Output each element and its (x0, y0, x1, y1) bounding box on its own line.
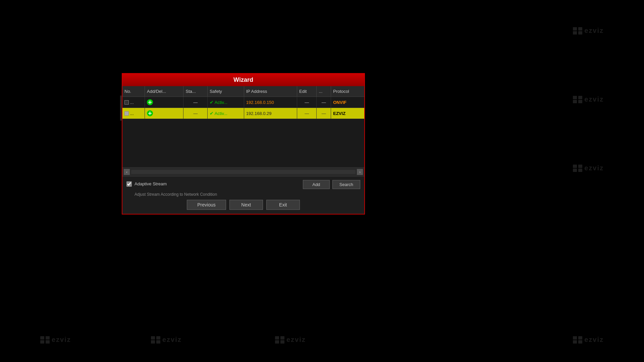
row-checkbox-2[interactable] (124, 111, 129, 116)
scroll-left-arrow[interactable]: ‹ (124, 169, 130, 175)
svg-rect-24 (573, 336, 577, 340)
exit-button[interactable]: Exit (266, 200, 300, 210)
table-header-row: No. Add/Del... Sta... Safety IP Address … (122, 86, 364, 97)
cell-status-2: — (183, 108, 207, 119)
table-row[interactable]: ... — ✔ Activ... 192.168.0.29 — (122, 108, 364, 119)
cell-safety-1: ✔ Activ... (207, 97, 244, 108)
svg-rect-22 (275, 340, 279, 344)
col-status: Sta... (183, 86, 207, 97)
watermark-mid2-right: ezviz (573, 164, 604, 172)
safety-check-icon-2: ✔ (210, 111, 214, 116)
svg-rect-3 (578, 31, 582, 35)
svg-rect-15 (46, 340, 50, 344)
search-button[interactable]: Search (332, 180, 360, 189)
col-extra: ... (317, 86, 331, 97)
cell-safety-2: ✔ Activ... (207, 108, 244, 119)
adaptive-and-action-row: Adaptive Stream Add Search (126, 180, 360, 189)
navigation-buttons-row: Previous Next Exit (126, 200, 360, 210)
svg-rect-23 (280, 340, 284, 344)
col-ip: IP Address (244, 86, 297, 97)
wizard-titlebar: Wizard (122, 74, 364, 86)
add-search-buttons: Add Search (303, 180, 360, 189)
cell-ip-2: 192.168.0.29 (244, 108, 297, 119)
watermark-brand-text: ezviz (584, 27, 604, 35)
svg-rect-10 (573, 169, 577, 172)
empty-table-area (122, 119, 364, 168)
watermark-mid-right: ezviz (573, 96, 604, 103)
cell-extra-1: — (317, 97, 331, 108)
col-no: No. (122, 86, 145, 97)
next-button[interactable]: Next (229, 200, 263, 210)
safety-label-2: Activ... (215, 111, 227, 116)
ip-address-1: 192.168.0.150 (246, 100, 274, 105)
camera-table: No. Add/Del... Sta... Safety IP Address … (122, 86, 364, 119)
watermark-brand-text3: ezviz (584, 164, 604, 172)
add-icon-1[interactable] (147, 99, 153, 105)
svg-rect-14 (40, 340, 44, 344)
adaptive-stream-row: Adaptive Stream (126, 181, 167, 187)
svg-rect-5 (578, 96, 582, 99)
cell-edit-2: — (297, 108, 317, 119)
cell-add-2[interactable] (145, 108, 183, 119)
watermark-bot-left: ezviz (40, 336, 71, 344)
scroll-right-arrow[interactable]: › (357, 169, 363, 175)
safety-label-1: Activ... (215, 100, 227, 105)
previous-button[interactable]: Previous (187, 200, 226, 210)
svg-rect-27 (578, 340, 582, 344)
wizard-title: Wizard (233, 76, 253, 83)
svg-rect-19 (156, 340, 160, 344)
adaptive-description: Adjust Stream According to Network Condi… (135, 192, 217, 197)
svg-rect-16 (151, 336, 155, 340)
cell-status-1: — (183, 97, 207, 108)
svg-rect-21 (280, 336, 284, 340)
cell-protocol-2: EZVIZ (331, 108, 364, 119)
svg-rect-11 (578, 169, 582, 172)
add-icon-2[interactable] (147, 110, 153, 116)
add-button[interactable]: Add (303, 180, 330, 189)
wizard-bottom-controls: Adaptive Stream Add Search Adjust Stream… (122, 177, 364, 214)
col-protocol: Protocol (331, 86, 364, 97)
camera-table-container: No. Add/Del... Sta... Safety IP Address … (122, 86, 364, 177)
col-add-del: Add/Del... (145, 86, 183, 97)
svg-rect-17 (156, 336, 160, 340)
watermark-bot-center1: ezviz (151, 336, 182, 344)
svg-rect-7 (578, 100, 582, 103)
svg-rect-0 (573, 27, 577, 31)
cell-no-1: ... (122, 97, 145, 108)
ip-address-2: 192.168.0.29 (246, 111, 272, 116)
adaptive-stream-checkbox[interactable] (126, 181, 132, 187)
protocol-label-1: ONVIF (333, 100, 346, 105)
watermark-top-right: ezviz (573, 27, 604, 35)
safety-check-icon-1: ✔ (210, 100, 214, 105)
svg-rect-8 (573, 165, 577, 168)
scroll-track[interactable] (131, 170, 356, 174)
svg-rect-4 (573, 96, 577, 99)
watermark-brand-text7: ezviz (584, 336, 604, 344)
watermark-bot-right: ezviz (573, 336, 604, 344)
watermark-brand-text6: ezviz (286, 336, 306, 344)
wizard-dialog: Wizard No. Add/Del... Sta... Safety IP A… (122, 73, 365, 215)
row-checkbox-1[interactable] (124, 100, 129, 105)
svg-rect-18 (151, 340, 155, 344)
svg-rect-6 (573, 100, 577, 103)
adaptive-stream-label: Adaptive Stream (135, 181, 167, 186)
svg-rect-20 (275, 336, 279, 340)
svg-rect-26 (573, 340, 577, 344)
cell-extra-2: — (317, 108, 331, 119)
adaptive-description-row: Adjust Stream According to Network Condi… (126, 191, 360, 197)
svg-rect-12 (40, 336, 44, 340)
cell-ip-1: 192.168.0.150 (244, 97, 297, 108)
svg-rect-2 (573, 31, 577, 35)
watermark-brand-text5: ezviz (162, 336, 182, 344)
protocol-label-2: EZVIZ (333, 111, 345, 116)
table-row[interactable]: ... — ✔ Activ... 192.168.0.150 — (122, 97, 364, 108)
cell-protocol-1: ONVIF (331, 97, 364, 108)
cell-no-2: ... (122, 108, 145, 119)
col-edit: Edit (297, 86, 317, 97)
horizontal-scrollbar[interactable]: ‹ › (122, 168, 364, 177)
cell-edit-1: — (297, 97, 317, 108)
svg-rect-9 (578, 165, 582, 168)
cell-add-1[interactable] (145, 97, 183, 108)
col-safety: Safety (207, 86, 244, 97)
svg-rect-13 (46, 336, 50, 340)
